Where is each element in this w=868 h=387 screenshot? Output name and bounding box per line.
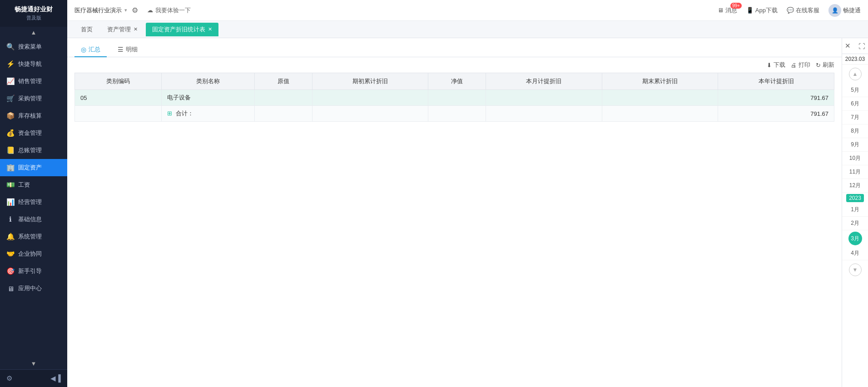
- month-1[interactable]: 1月: [842, 203, 868, 217]
- col-name: 类别名称: [162, 73, 255, 90]
- month-11[interactable]: 11月: [842, 165, 868, 179]
- messages-button[interactable]: 🖥 消息 99+: [718, 6, 737, 15]
- up-arrow-icon[interactable]: ▲: [849, 68, 862, 80]
- col-initial-depreciation: 期初累计折旧: [312, 73, 428, 90]
- month-8[interactable]: 8月: [842, 124, 868, 138]
- month-2[interactable]: 2月: [842, 217, 868, 230]
- funds-icon: 💰: [6, 129, 15, 137]
- month-3-active[interactable]: 3月: [848, 232, 862, 245]
- app-name: 畅捷通好业财: [15, 5, 53, 14]
- total-original-value: [255, 106, 312, 122]
- inventory-icon: 📦: [6, 112, 15, 120]
- subtab-detail-label: 明细: [126, 45, 138, 54]
- refresh-button[interactable]: ↻ 刷新: [816, 61, 834, 69]
- subtab-summary[interactable]: ◎ 汇总: [74, 43, 107, 57]
- sidebar-item-ledger[interactable]: 📒 总账管理: [0, 142, 67, 159]
- year-2023-badge: 2023: [842, 193, 868, 203]
- month-6[interactable]: 6月: [842, 97, 868, 111]
- col-code: 类别编码: [75, 73, 162, 90]
- sidebar-item-label: 搜索菜单: [18, 43, 42, 51]
- row-code: 05: [75, 90, 162, 106]
- sidebar-item-fixed-assets[interactable]: 🏢 固定资产: [0, 159, 67, 176]
- month-scroll-down[interactable]: ▼: [842, 260, 868, 279]
- quick-nav-icon: ⚡: [6, 60, 15, 68]
- row-net-value: [428, 90, 486, 106]
- col-original-value: 原值: [255, 73, 312, 90]
- table-container: 类别编码 类别名称 原值 期初累计折旧 净值 本月计提折旧 期末累计折旧 本年计…: [67, 73, 842, 129]
- sidebar-item-app-center[interactable]: 🖥 应用中心: [0, 280, 67, 297]
- sidebar-item-operations[interactable]: 📊 经营管理: [0, 194, 67, 211]
- sidebar-item-guide[interactable]: 🎯 新手引导: [0, 263, 67, 280]
- app-version: 普及版: [26, 15, 41, 21]
- table-row: 05 电子设备 791.67: [75, 90, 834, 106]
- col-annual-depreciation: 本年计提折旧: [718, 73, 834, 90]
- col-monthly-depreciation: 本月计提折旧: [486, 73, 602, 90]
- month-12[interactable]: 12月: [842, 179, 868, 193]
- sidebar-item-inventory[interactable]: 📦 库存核算: [0, 107, 67, 124]
- user-menu[interactable]: 👤 畅捷通: [828, 4, 861, 17]
- sidebar-item-label: 经营管理: [18, 198, 42, 206]
- download-button[interactable]: ⬇ 下载: [767, 61, 785, 69]
- subtab-summary-label: 汇总: [89, 45, 100, 54]
- close-panel-icon[interactable]: ✕: [845, 42, 851, 50]
- company-selector[interactable]: 医疗器械行业演示 ▾: [74, 6, 127, 15]
- sidebar-item-funds[interactable]: 💰 资金管理: [0, 124, 67, 142]
- sidebar-item-purchase[interactable]: 🛒 采购管理: [0, 90, 67, 107]
- sidebar-item-payroll[interactable]: 💵 工资: [0, 176, 67, 194]
- depreciation-table: 类别编码 类别名称 原值 期初累计折旧 净值 本月计提折旧 期末累计折旧 本年计…: [74, 73, 834, 122]
- sidebar-item-label: 固定资产: [18, 164, 42, 172]
- sidebar-scroll-up[interactable]: ▲: [0, 27, 67, 38]
- system-icon: 🔔: [6, 233, 15, 241]
- operations-icon: 📊: [6, 198, 15, 206]
- sidebar-scroll-down[interactable]: ▼: [0, 358, 67, 369]
- col-net-value: 净值: [428, 73, 486, 90]
- fixed-assets-icon: 🏢: [6, 164, 15, 172]
- company-name: 医疗器械行业演示: [74, 6, 122, 15]
- sidebar-item-sales[interactable]: 📈 销售管理: [0, 73, 67, 90]
- month-7[interactable]: 7月: [842, 111, 868, 124]
- sidebar-item-label: 采购管理: [18, 94, 42, 103]
- row-monthly-depreciation: [486, 90, 602, 106]
- month-list: ▲ 5月 6月 7月 8月 9月 10月 11月 12月 2023 1月 2月 …: [842, 64, 868, 387]
- month-5[interactable]: 5月: [842, 84, 868, 97]
- refresh-label: 刷新: [823, 61, 834, 69]
- sidebar-item-quick-nav[interactable]: ⚡ 快捷导航: [0, 55, 67, 73]
- total-label: ⊞ 合计：: [162, 106, 255, 122]
- subtab-detail[interactable]: ☰ 明细: [111, 43, 144, 57]
- topbar-settings-icon[interactable]: ⚙: [132, 6, 138, 15]
- tab-home[interactable]: 首页: [74, 23, 99, 36]
- row-initial-depreciation: [312, 90, 428, 106]
- guide-icon: 🎯: [6, 267, 15, 275]
- month-4[interactable]: 4月: [842, 247, 868, 260]
- experience-text: 我要体验一下: [155, 6, 191, 15]
- content-area: ◎ 汇总 ☰ 明细 ⬇ 下载 🖨 打印 ↻: [67, 38, 868, 387]
- tab-depreciation-close-icon[interactable]: ✕: [208, 26, 212, 32]
- experience-button[interactable]: ☁ 我要体验一下: [147, 6, 191, 15]
- settings-icon[interactable]: ⚙: [6, 374, 12, 382]
- topbar-right: 🖥 消息 99+ 📱 App下载 💬 在线客服 👤 畅捷通: [718, 4, 861, 17]
- expand-panel-icon[interactable]: ⛶: [858, 42, 865, 50]
- ledger-icon: 📒: [6, 146, 15, 154]
- online-service-button[interactable]: 💬 在线客服: [787, 6, 819, 15]
- sidebar-item-system[interactable]: 🔔 系统管理: [0, 228, 67, 245]
- sidebar-menu: 🔍 搜索菜单 ⚡ 快捷导航 📈 销售管理 🛒 采购管理 📦 库存核算 💰 资金管…: [0, 38, 67, 358]
- app-center-icon: 🖥: [6, 285, 15, 293]
- sidebar-item-search[interactable]: 🔍 搜索菜单: [0, 38, 67, 55]
- sidebar-item-label: 系统管理: [18, 233, 42, 241]
- month-scroll-up[interactable]: ▲: [842, 64, 868, 84]
- tab-depreciation-report[interactable]: 固定资产折旧统计表 ✕: [146, 23, 218, 36]
- sidebar-item-collab[interactable]: 🤝 企业协同: [0, 245, 67, 263]
- month-10[interactable]: 10月: [842, 152, 868, 165]
- tab-asset-management[interactable]: 资产管理 ✕: [101, 23, 144, 36]
- tab-asset-management-close-icon[interactable]: ✕: [134, 26, 138, 32]
- down-arrow-icon[interactable]: ▼: [849, 263, 862, 276]
- collapse-icon[interactable]: ◀▐: [50, 374, 61, 382]
- total-monthly-depreciation: [486, 106, 602, 122]
- cloud-icon: ☁: [147, 7, 153, 14]
- tab-home-label: 首页: [81, 25, 93, 34]
- subtab-bar: ◎ 汇总 ☰ 明细: [67, 38, 842, 57]
- sidebar-item-basic-info[interactable]: ℹ 基础信息: [0, 211, 67, 228]
- print-button[interactable]: 🖨 打印: [791, 61, 810, 69]
- app-download-button[interactable]: 📱 App下载: [746, 6, 778, 15]
- month-9[interactable]: 9月: [842, 138, 868, 152]
